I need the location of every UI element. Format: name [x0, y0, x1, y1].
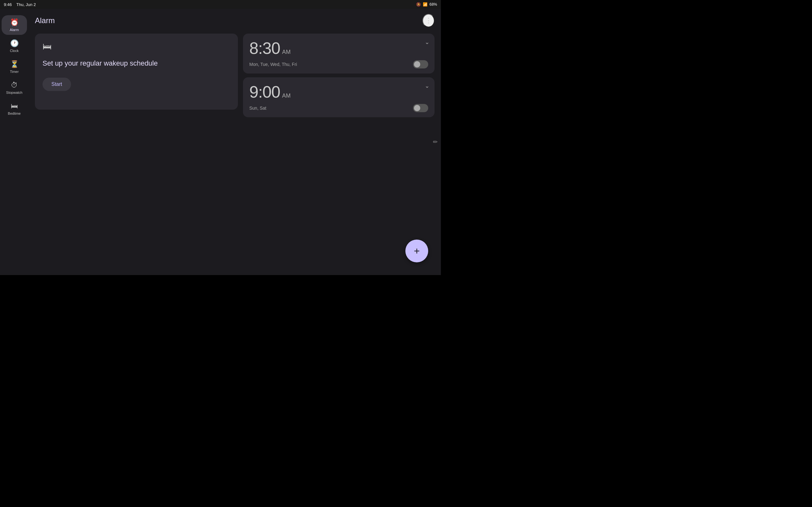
alarm-days-2: Sun, Sat [249, 106, 266, 111]
date-display: Thu, Jun 2 [16, 2, 36, 7]
sidebar-item-stopwatch[interactable]: ⏱ Stopwatch [2, 78, 27, 98]
mute-icon: 🔕 [416, 2, 421, 7]
sidebar-item-clock[interactable]: 🕐 Clock [2, 36, 27, 56]
sidebar-item-bedtime[interactable]: 🛏 Bedtime [2, 99, 27, 118]
alarm-time-row-1: 8:30 AM [249, 39, 428, 58]
stopwatch-icon: ⏱ [11, 81, 18, 89]
alarm-icon: ⏰ [10, 18, 19, 26]
wifi-icon: 📶 [423, 2, 427, 7]
content-area: Alarm ⋮ 🛏 Set up your regular wakeup sch… [29, 9, 441, 275]
more-options-button[interactable]: ⋮ [422, 14, 435, 27]
alarm-expand-button-1[interactable]: ⌄ [423, 38, 431, 47]
app-container: ⏰ Alarm 🕐 Clock ⏳ Timer ⏱ Stopwatch 🛏 Be… [0, 9, 441, 275]
clock-icon: 🕐 [10, 39, 19, 48]
alarm-period-1: AM [282, 49, 291, 55]
alarm-toggle-1[interactable] [413, 60, 428, 68]
sidebar: ⏰ Alarm 🕐 Clock ⏳ Timer ⏱ Stopwatch 🛏 Be… [0, 9, 29, 275]
timer-icon: ⏳ [10, 60, 19, 68]
wakeup-bed-icon: 🛏 [43, 41, 230, 52]
alarm-card-2: ⌄ 9:00 AM Sun, Sat [243, 77, 435, 117]
alarm-period-2: AM [282, 93, 291, 99]
alarm-days-row-2: Sun, Sat [249, 104, 428, 112]
status-time: 9:46 Thu, Jun 2 [4, 2, 36, 7]
alarm-days-row-1: Mon, Tue, Wed, Thu, Fri [249, 60, 428, 68]
start-wakeup-button[interactable]: Start [43, 78, 71, 91]
main-layout: 🛏 Set up your regular wakeup schedule St… [35, 34, 435, 271]
add-alarm-fab[interactable]: + [405, 239, 428, 262]
header: Alarm ⋮ [35, 14, 435, 27]
wakeup-description: Set up your regular wakeup schedule [43, 59, 230, 67]
alarm-card-1: ⌄ 8:30 AM Mon, Tue, Wed, Thu, Fri [243, 34, 435, 73]
time-display: 9:46 [4, 2, 12, 7]
alarm-toggle-2[interactable] [413, 104, 428, 112]
alarm-time-display-1: 8:30 [249, 39, 280, 58]
sidebar-item-timer[interactable]: ⏳ Timer [2, 57, 27, 77]
sidebar-label-stopwatch: Stopwatch [6, 91, 22, 95]
add-icon: + [414, 246, 420, 256]
alarm-days-1: Mon, Tue, Wed, Thu, Fri [249, 62, 297, 67]
sidebar-label-alarm: Alarm [10, 28, 19, 32]
status-bar: 9:46 Thu, Jun 2 🔕 📶 68% [0, 0, 441, 9]
sidebar-label-clock: Clock [10, 49, 19, 53]
page-title: Alarm [35, 16, 55, 25]
sidebar-label-timer: Timer [10, 70, 19, 73]
battery-display: 68% [429, 2, 437, 7]
alarm-expand-button-2[interactable]: ⌄ [423, 81, 431, 91]
alarm-time-display-2: 9:00 [249, 82, 280, 101]
left-panel: 🛏 Set up your regular wakeup schedule St… [35, 34, 238, 271]
alarms-panel: ⌄ 8:30 AM Mon, Tue, Wed, Thu, Fri ⌄ 9:00 [243, 34, 435, 271]
wakeup-schedule-card: 🛏 Set up your regular wakeup schedule St… [35, 34, 238, 110]
edit-button[interactable]: ✏ [433, 138, 438, 146]
status-icons: 🔕 📶 68% [416, 2, 437, 7]
sidebar-label-bedtime: Bedtime [8, 112, 20, 115]
sidebar-item-alarm[interactable]: ⏰ Alarm [2, 15, 27, 35]
alarm-time-row-2: 9:00 AM [249, 82, 428, 101]
bedtime-icon: 🛏 [11, 102, 18, 110]
